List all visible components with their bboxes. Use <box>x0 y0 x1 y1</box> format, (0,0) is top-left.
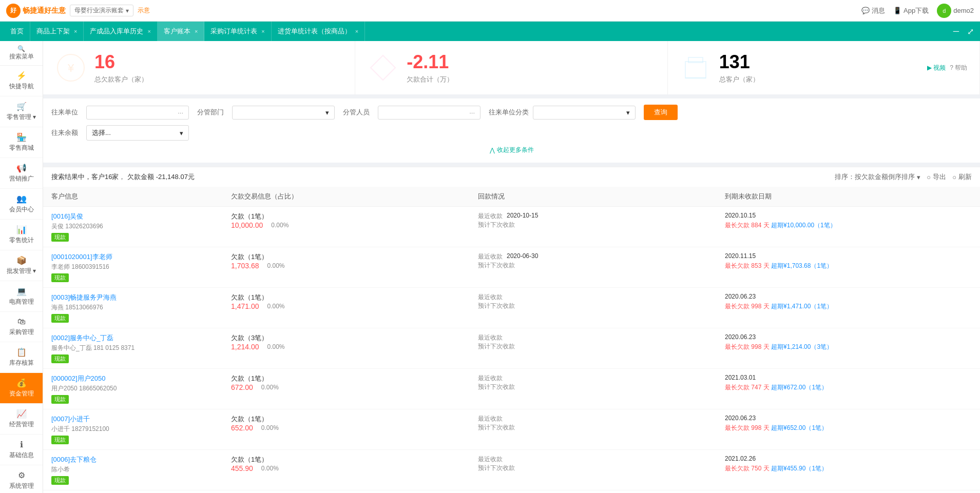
overdue-link[interactable]: 超期¥455.90（1笔） <box>771 465 828 472</box>
filter-person: 分管人员 ··· <box>343 106 481 120</box>
payback-cell-7: 最近收款 预计下次收款 <box>478 455 725 472</box>
filter-unit: 往来单位 ··· <box>51 106 189 120</box>
overdue-link[interactable]: 超期¥672.00（1笔） <box>771 384 828 391</box>
overdue-link[interactable]: 超期¥1,471.00（1笔） <box>771 303 833 310</box>
sidebar-item-retail-mall[interactable]: 🏪 零售商城 <box>0 127 43 158</box>
table-row: [000002]用户2050 用户2050 18665062050 现款 欠款（… <box>43 369 980 409</box>
filter-category-select[interactable]: ▾ <box>533 106 636 120</box>
sidebar-item-basics[interactable]: ℹ 基础信息 <box>0 435 43 465</box>
overdue-days: 最长欠款 750 天 <box>725 465 770 472</box>
refresh-button[interactable]: ○ 刷新 <box>952 172 972 182</box>
tab-purchase-by-product[interactable]: 进货单统计表（按商品） × <box>272 22 365 41</box>
sidebar-item-member[interactable]: 👥 会员中心 <box>0 189 43 220</box>
help-btn[interactable]: ? 帮助 <box>950 64 967 72</box>
sidebar-search[interactable]: 🔍 搜索菜单 <box>0 41 43 66</box>
logo-text: 畅捷通好生意 <box>23 6 66 15</box>
app-icon: 📱 <box>893 7 901 14</box>
close-icon[interactable]: × <box>261 28 264 34</box>
app-download-btn[interactable]: 📱 App下载 <box>893 6 929 15</box>
customer-name-link[interactable]: [0016]吴俊 <box>51 212 231 221</box>
due-date: 2020.06.23 <box>725 333 972 341</box>
close-icon[interactable]: × <box>195 28 198 34</box>
tab-home-label: 首页 <box>10 27 24 36</box>
help-label: 帮助 <box>955 64 967 72</box>
query-button[interactable]: 查询 <box>644 105 678 120</box>
svg-text:¥: ¥ <box>67 62 74 74</box>
overdue-link[interactable]: 超期¥10,000.00（1笔） <box>771 222 836 229</box>
stat-total-debt-content: -2.11 欠款合计（万） <box>407 51 453 84</box>
filter-person-input[interactable]: ··· <box>378 106 481 120</box>
filter-dept-select[interactable]: ▾ <box>232 106 335 120</box>
customer-name-link[interactable]: [000002]用户2050 <box>51 374 231 383</box>
payback-next: 预计下次收款 <box>478 302 725 310</box>
close-icon[interactable]: × <box>74 28 77 34</box>
sidebar-item-wholesale[interactable]: 📦 批发管理 ▾ <box>0 250 43 281</box>
sidebar-item-ecommerce[interactable]: 💻 电商管理 <box>0 281 43 312</box>
avatar: d <box>937 4 951 18</box>
export-button[interactable]: ○ 导出 <box>927 172 946 182</box>
company-select[interactable]: 母婴行业演示账套 ▾ <box>70 5 133 16</box>
tab-purchase-stats[interactable]: 采购订单统计表 × <box>204 22 271 41</box>
chevron-down-icon: ▾ <box>917 173 920 181</box>
tab-product-listing[interactable]: 商品上下架 × <box>30 22 84 41</box>
payback-next: 预计下次收款 <box>478 464 725 472</box>
debt-count: 欠款（1笔） <box>231 212 478 221</box>
ecommerce-icon: 💻 <box>16 286 27 296</box>
retail-stats-icon: 📊 <box>16 225 27 234</box>
close-icon[interactable]: × <box>147 28 150 34</box>
filter-row-2: 往来余额 选择... ▾ <box>51 125 972 141</box>
maximize-icon[interactable]: ⤢ <box>965 27 976 36</box>
sidebar-item-quick-nav[interactable]: ⚡ 快捷导航 <box>0 66 43 96</box>
stat-debt-customers-number: 16 <box>94 51 148 73</box>
tip-link[interactable]: 示意 <box>138 6 150 15</box>
tab-stock-history-label: 产成品入库单历史 <box>90 27 143 36</box>
refresh-label: 刷新 <box>958 172 972 182</box>
collapse-filters-btn[interactable]: ⋀ 收起更多条件 <box>490 146 534 154</box>
due-cell-3: 2020.06.23 最长欠款 998 天 超期¥1,471.00（1笔） <box>725 293 972 311</box>
sidebar-item-finance[interactable]: 💰 资金管理 <box>0 373 43 404</box>
customer-name-link[interactable]: [0006]去下粮仓 <box>51 455 231 464</box>
tab-customer-account[interactable]: 客户账本 × <box>158 22 204 41</box>
sidebar-item-operations[interactable]: 📈 经营管理 <box>0 404 43 435</box>
customer-cell-7: [0006]去下粮仓 陈小希 现款 <box>51 455 231 485</box>
marketing-icon: 📢 <box>16 163 27 173</box>
customer-name-link[interactable]: [0007]小进千 <box>51 415 231 424</box>
table-row: [0001020001]李老师 李老师 18600391516 现款 欠款（1笔… <box>43 247 980 288</box>
sidebar-item-marketing[interactable]: 📢 营销推广 <box>0 158 43 189</box>
filter-unit-input[interactable]: ··· <box>86 106 189 120</box>
sidebar-item-retail-mgmt[interactable]: 🛒 零售管理 ▾ <box>0 96 43 127</box>
tab-stock-history[interactable]: 产成品入库单历史 × <box>84 22 157 41</box>
due-cell-1: 2020.10.15 最长欠款 884 天 超期¥10,000.00（1笔） <box>725 212 972 230</box>
filter-area: 往来单位 ··· 分管部门 ▾ 分管人员 <box>43 98 980 163</box>
filter-balance-label: 往来余额 <box>51 128 82 137</box>
filter-unit-label: 往来单位 <box>51 108 82 117</box>
video-btn[interactable]: ▶ 视频 <box>927 64 946 72</box>
tab-customer-account-label: 客户账本 <box>164 27 190 36</box>
sidebar-item-purchase[interactable]: 🛍 采购管理 <box>0 312 43 342</box>
sidebar-item-system[interactable]: ⚙ 系统管理 <box>0 465 43 493</box>
sort-button[interactable]: 排序：按欠款金额倒序排序 ▾ <box>835 172 920 182</box>
payback-next: 预计下次收款 <box>478 423 725 432</box>
filter-row-1: 往来单位 ··· 分管部门 ▾ 分管人员 <box>51 105 972 120</box>
overdue-link[interactable]: 超期¥1,214.00（3笔） <box>771 343 833 350</box>
stat-total-customers-content: 131 总客户（家） <box>719 51 759 84</box>
user-area[interactable]: d demo2 <box>937 4 974 18</box>
customer-name-link[interactable]: [0002]服务中心_丁磊 <box>51 333 231 343</box>
overdue-link[interactable]: 超期¥652.00（1笔） <box>771 424 828 431</box>
overdue-link[interactable]: 超期¥1,703.68（1笔） <box>771 262 833 269</box>
tab-home[interactable]: 首页 <box>4 22 30 41</box>
customer-name-link[interactable]: [0001020001]李老师 <box>51 252 231 262</box>
sidebar-item-inventory[interactable]: 📋 库存核算 <box>0 342 43 373</box>
debt-cell-7: 欠款（1笔） 455.90 0.00% <box>231 455 478 472</box>
close-icon[interactable]: × <box>355 28 358 34</box>
payback-label: 最近收款 <box>478 333 503 342</box>
filter-balance-select[interactable]: 选择... ▾ <box>86 125 189 141</box>
debt-amount-val: 652.00 <box>231 424 253 432</box>
minimize-icon[interactable]: ─ <box>951 27 961 36</box>
customer-name-link[interactable]: [0003]畅捷服务尹海燕 <box>51 293 231 302</box>
sidebar-item-label: 库存核算 <box>9 359 34 367</box>
message-btn[interactable]: 💬 消息 <box>861 6 885 15</box>
sidebar-item-retail-stats[interactable]: 📊 零售统计 <box>0 220 43 250</box>
stat-extra-controls: ▶ 视频 ? 帮助 <box>927 64 967 72</box>
username: demo2 <box>953 7 974 14</box>
